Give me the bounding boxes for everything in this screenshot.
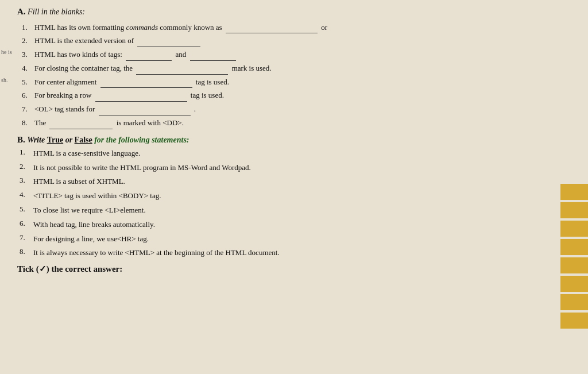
question-a2: 2. HTML is the extended version of	[17, 35, 582, 47]
q-b8-text: It is always necessary to write <HTML> a…	[33, 247, 582, 259]
bottom-label: Tick (✓) the correct answer:	[17, 264, 582, 274]
content-area: A. Fill in the blanks: 1. HTML has its o…	[17, 5, 582, 368]
section-b-false: False	[75, 136, 92, 144]
question-b6: 6. With head tag, line breaks automatica…	[17, 219, 582, 231]
q-b2-text: It is not possible to write the HTML pro…	[33, 162, 582, 174]
question-a8: 8. The is marked with <DD>.	[17, 117, 582, 129]
answer-box-7	[560, 294, 588, 310]
q-b3-number: 3.	[20, 176, 33, 185]
answer-box-8	[560, 313, 588, 329]
q-b3-text: HTML is a subset of XHTML.	[33, 176, 582, 188]
section-b-label: B.	[17, 135, 25, 144]
answer-box-5	[560, 257, 588, 273]
q-a2-number: 2.	[22, 36, 34, 45]
q-a8-text: The is marked with <DD>.	[34, 117, 582, 129]
q-a3-text: HTML has two kinds of tags: and	[34, 49, 582, 61]
q-b6-text: With head tag, line breaks automatically…	[33, 219, 582, 231]
q-b1-text: HTML is a case-sensitive language.	[33, 148, 582, 160]
question-a6: 6. For breaking a row tag is used.	[17, 90, 582, 102]
blank-a4-1	[136, 67, 228, 75]
q-a1-text: HTML has its own formatting commands com…	[34, 22, 582, 34]
blank-a6-1	[95, 94, 187, 102]
answer-box-1	[560, 184, 588, 200]
q-b1-number: 1.	[20, 148, 33, 157]
question-b4: 4. <TITLE> tag is used within <BODY> tag…	[17, 190, 582, 202]
question-a5: 5. For center alignment tag is used.	[17, 76, 582, 88]
blank-a5-1	[100, 80, 192, 88]
question-a7: 7. <OL> tag stands for .	[17, 103, 582, 115]
page-container: he is sh. A. Fill in the blanks: 1. HTML…	[0, 0, 588, 374]
q-a3-number: 3.	[22, 50, 34, 59]
q-a5-text: For center alignment tag is used.	[34, 76, 582, 88]
blank-a3-2	[190, 53, 236, 61]
section-b-rest-instruction: for the following statements:	[92, 136, 189, 144]
question-a1: 1. HTML has its own formatting commands …	[17, 22, 582, 34]
question-a4: 4. For closing the container tag, the ma…	[17, 63, 582, 75]
blank-a7-1	[99, 107, 191, 115]
blank-a1-1	[226, 25, 318, 33]
question-b3: 3. HTML is a subset of XHTML.	[17, 176, 582, 188]
answer-box-4	[560, 239, 588, 255]
q-b7-number: 7.	[20, 233, 33, 242]
q-b5-number: 5.	[20, 205, 33, 214]
section-b-true: True	[47, 136, 64, 144]
answer-box-3	[560, 221, 588, 237]
section-b-instruction-write: Write	[27, 136, 47, 144]
q-a1-number: 1.	[22, 23, 34, 32]
question-b5: 5. To close list we require <LI>element.	[17, 205, 582, 217]
side-label-2: sh.	[1, 77, 12, 83]
question-a3: 3. HTML has two kinds of tags: and	[17, 49, 582, 61]
answer-boxes	[560, 184, 588, 329]
question-b2: 2. It is not possible to write the HTML …	[17, 162, 582, 174]
blank-a2-1	[137, 39, 200, 47]
q-a5-number: 5.	[22, 78, 34, 87]
blank-a3-1	[126, 53, 172, 61]
q-b6-number: 6.	[20, 219, 33, 228]
q-a6-number: 6.	[22, 91, 34, 100]
q-a6-text: For breaking a row tag is used.	[34, 90, 582, 102]
q-b4-text: <TITLE> tag is used within <BODY> tag.	[33, 190, 582, 202]
q-a4-text: For closing the container tag, the mark …	[34, 63, 582, 75]
question-b7: 7. For designing a line, we use<HR> tag.	[17, 233, 582, 245]
q-a4-number: 4.	[22, 64, 34, 73]
question-b1: 1. HTML is a case-sensitive language.	[17, 148, 582, 160]
section-a-header: A. Fill in the blanks:	[17, 5, 582, 20]
q-b4-number: 4.	[20, 190, 33, 199]
q-a2-text: HTML is the extended version of	[34, 35, 582, 47]
answer-box-2	[560, 202, 588, 218]
section-a-label: A.	[17, 7, 26, 16]
blank-a8-1	[49, 121, 113, 129]
q-b7-text: For designing a line, we use<HR> tag.	[33, 233, 582, 245]
q-a7-number: 7.	[22, 105, 34, 114]
q-a8-number: 8.	[22, 118, 34, 128]
section-a-instruction: Fill in the blanks:	[28, 7, 85, 16]
q-a7-text: <OL> tag stands for .	[34, 103, 582, 115]
answer-box-6	[560, 276, 588, 292]
question-b8: 8. It is always necessary to write <HTML…	[17, 247, 582, 259]
q-b2-number: 2.	[20, 162, 33, 171]
or-text: or	[321, 23, 327, 32]
q-b5-text: To close list we require <LI>element.	[33, 205, 582, 217]
side-label-1: he is	[1, 49, 12, 55]
section-b-or: or	[63, 136, 74, 144]
q-b8-number: 8.	[20, 247, 33, 256]
section-b-header: B. Write True or False for the following…	[17, 135, 582, 145]
